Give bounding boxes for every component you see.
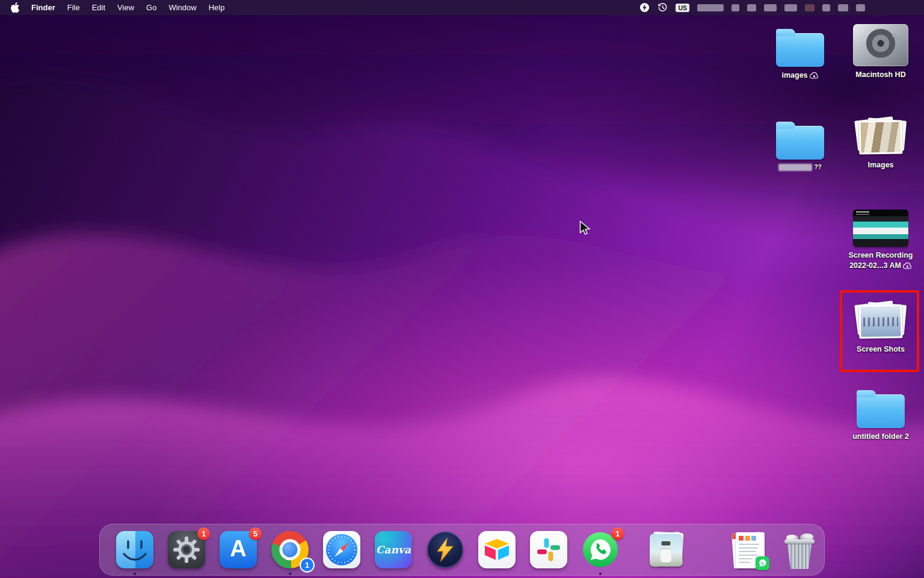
menu-status-redacted bbox=[732, 4, 739, 11]
dock-documents-stack[interactable] bbox=[728, 530, 767, 569]
desktop-icon-images-folder[interactable]: images bbox=[771, 28, 829, 80]
folder-icon bbox=[857, 394, 905, 428]
desktop-icon-images-stack[interactable]: Images bbox=[849, 116, 912, 170]
profile-badge: 1 bbox=[300, 558, 315, 573]
lightning-status-icon[interactable] bbox=[639, 2, 650, 13]
dock-lightning-app[interactable] bbox=[426, 530, 464, 569]
time-machine-icon[interactable] bbox=[658, 2, 668, 13]
dock-canva[interactable]: Canva bbox=[374, 530, 413, 569]
menu-item-window[interactable]: Window bbox=[162, 3, 202, 12]
dock-app-store[interactable]: A 5 bbox=[219, 530, 257, 569]
folder-icon bbox=[776, 33, 824, 67]
menu-status-redacted bbox=[805, 4, 815, 11]
finder-icon bbox=[116, 531, 153, 568]
menu-status-redacted bbox=[856, 4, 865, 11]
icon-label-line2: 2022-02...3 AM bbox=[849, 261, 901, 270]
canva-icon: Canva bbox=[375, 531, 412, 568]
documents-stack-icon bbox=[729, 531, 766, 568]
wallpaper-waves bbox=[0, 0, 924, 578]
safari-icon bbox=[323, 531, 360, 568]
running-indicator bbox=[134, 573, 136, 575]
menu-status-redacted bbox=[747, 4, 756, 11]
wallpaper bbox=[0, 0, 924, 578]
apple-menu-icon[interactable] bbox=[6, 2, 25, 13]
menu-bar-status-area: US bbox=[639, 2, 918, 13]
icon-label: images bbox=[781, 70, 807, 80]
macos-desktop: Finder File Edit View Go Window Help US bbox=[0, 0, 924, 578]
notification-badge: 1 bbox=[197, 527, 210, 540]
slack-icon bbox=[530, 531, 567, 568]
desktop-icon-blurred-folder[interactable]: ?? bbox=[771, 120, 829, 171]
menu-status-redacted bbox=[764, 4, 777, 11]
menu-bar-left: Finder File Edit View Go Window Help bbox=[6, 2, 230, 13]
menu-status-redacted bbox=[822, 4, 830, 11]
dock-safari[interactable] bbox=[322, 530, 361, 569]
running-indicator bbox=[599, 573, 602, 575]
menu-status-redacted bbox=[697, 4, 724, 11]
icon-label: untitled folder 2 bbox=[852, 432, 909, 441]
annotation-highlight-rectangle bbox=[840, 290, 919, 372]
icon-label-suffix: ?? bbox=[814, 163, 821, 171]
icloud-download-icon bbox=[903, 263, 912, 269]
menu-item-file[interactable]: File bbox=[61, 3, 86, 12]
desktop-icon-macintosh-hd[interactable]: Macintosh HD bbox=[852, 23, 910, 79]
menu-item-edit[interactable]: Edit bbox=[86, 3, 111, 12]
menu-status-redacted bbox=[838, 4, 848, 11]
dock-slack[interactable] bbox=[529, 530, 568, 569]
downloads-stack-icon bbox=[647, 531, 684, 568]
menu-status-redacted bbox=[784, 4, 797, 11]
icon-label: Images bbox=[867, 160, 893, 170]
dock-airtable[interactable] bbox=[478, 530, 516, 569]
dock-trash[interactable] bbox=[780, 530, 819, 569]
mouse-cursor bbox=[579, 220, 593, 236]
desktop-icon-screen-recording[interactable]: Screen Recording 2022-02...3 AM bbox=[843, 207, 918, 271]
icon-label-line1: Screen Recording bbox=[849, 250, 913, 260]
icloud-download-icon bbox=[810, 72, 819, 79]
trash-icon bbox=[783, 532, 816, 569]
menu-bar: Finder File Edit View Go Window Help US bbox=[0, 0, 924, 15]
lightning-app-icon bbox=[427, 531, 464, 568]
photo-stack-icon bbox=[854, 117, 907, 157]
desktop-icon-untitled-folder-2[interactable]: untitled folder 2 bbox=[843, 389, 918, 441]
redacted-label bbox=[778, 164, 812, 171]
menu-item-view[interactable]: View bbox=[111, 3, 140, 12]
dock-downloads-stack[interactable] bbox=[646, 530, 685, 569]
folder-icon bbox=[776, 126, 824, 160]
input-source-badge[interactable]: US bbox=[676, 4, 689, 12]
dock-whatsapp[interactable]: 1 bbox=[581, 530, 620, 569]
icon-label: Macintosh HD bbox=[855, 70, 905, 79]
notification-badge: 1 bbox=[611, 527, 624, 540]
dock-chrome[interactable]: 1 bbox=[271, 530, 309, 569]
menu-item-go[interactable]: Go bbox=[140, 3, 162, 12]
screen-recording-thumbnail bbox=[853, 210, 908, 247]
menu-app-name[interactable]: Finder bbox=[25, 3, 61, 12]
hard-drive-icon bbox=[853, 24, 908, 66]
running-indicator bbox=[289, 573, 291, 575]
notification-badge: 5 bbox=[249, 527, 262, 540]
menu-item-help[interactable]: Help bbox=[203, 3, 231, 12]
canva-wordmark: Canva bbox=[376, 544, 411, 556]
airtable-icon bbox=[478, 531, 516, 568]
dock-finder[interactable] bbox=[116, 530, 154, 569]
dock: 1 A 5 1 Canva bbox=[99, 524, 825, 576]
whatsapp-mini-icon bbox=[756, 556, 769, 570]
dock-system-preferences[interactable]: 1 bbox=[167, 530, 206, 569]
